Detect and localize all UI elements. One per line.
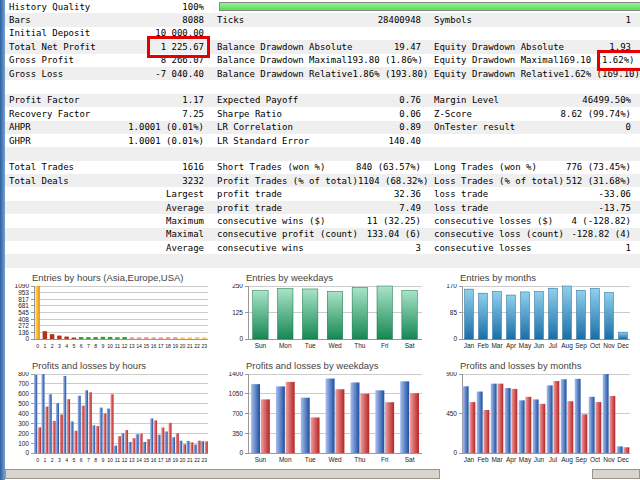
bar [327, 291, 342, 339]
y-tick-label: 0 [239, 449, 243, 456]
stat-cell: Total Trades1616 [5, 161, 213, 174]
profits-bar [34, 375, 37, 453]
x-tick-label: 13 [129, 457, 135, 463]
losses-bar [183, 444, 186, 453]
losses-bar [125, 430, 128, 453]
x-tick-label: Jul [549, 456, 558, 463]
horizontal-scrollbar-right[interactable] [592, 469, 640, 479]
losses-bar [103, 414, 106, 454]
stat-value: 10 000.00 [155, 28, 213, 38]
x-tick-label: 10 [107, 457, 113, 463]
stat-cell: Ticks28400948 [213, 13, 430, 26]
stat-label: Loss Trades (% of total) [430, 176, 564, 186]
stat-cell: Z-Score8.62 (99.74%) [430, 107, 640, 120]
losses-bar [53, 421, 56, 453]
stat-cell: Maximal [5, 228, 213, 241]
y-tick-label: 250 [232, 284, 243, 289]
y-tick-label: 136 [18, 329, 29, 336]
bar [521, 292, 530, 339]
x-tick-label: 1 [43, 343, 46, 349]
profits-bar [165, 431, 168, 453]
losses-bar [176, 433, 179, 453]
y-tick-label: 681 [18, 302, 29, 309]
stat-label: AHPR [5, 122, 31, 132]
stat-cell: LR Correlation0.89 [213, 121, 430, 134]
x-tick-label: 9 [101, 343, 104, 349]
bar [101, 337, 105, 339]
losses-bar [469, 402, 475, 453]
bar [180, 337, 184, 339]
table-row: Total Trades1616Short Trades (won %)840 … [5, 161, 640, 174]
x-tick-label: 0 [36, 343, 39, 349]
losses-bar [60, 414, 63, 453]
losses-bar [154, 420, 157, 453]
stat-cell: consecutive losses ($)4 (-128.82) [430, 214, 640, 227]
table-row: Total Deals3232Profit Trades (% of total… [5, 174, 640, 187]
stat-cell: Equity Drawdown Absolute1.93 [430, 40, 640, 53]
x-tick-label: 16 [151, 457, 157, 463]
stat-value: Maximal [166, 229, 213, 239]
table-row: Profit Factor1.17Expected Payoff0.76Marg… [5, 94, 640, 107]
losses-bar [360, 394, 369, 453]
stat-value: 8.62 (99.74%) [561, 109, 640, 119]
stat-label: consecutive losses ($) [430, 216, 553, 226]
stat-cell: Sharpe Ratio0.06 [213, 107, 430, 120]
x-tick-label: Tue [305, 342, 316, 349]
stat-cell: consecutive wins3 [213, 241, 430, 254]
x-tick-label: 5 [72, 457, 75, 463]
x-tick-label: 3 [58, 343, 61, 349]
bar [253, 291, 268, 339]
x-tick-label: Sun [255, 342, 267, 349]
stat-label: Equity Drawdown Relative [430, 69, 564, 79]
stat-label: Gross Profit [5, 55, 74, 65]
x-tick-label: 2 [51, 457, 54, 463]
stat-label: LR Standard Error [213, 136, 309, 146]
y-tick-label: 1090 [15, 284, 30, 289]
stat-label: profit trade [213, 189, 282, 199]
x-tick-label: 20 [180, 343, 186, 349]
bar [173, 337, 177, 339]
stat-cell: Total Net Profit1 225.67 [5, 40, 213, 53]
stat-value: 1104 (68.32%) [358, 176, 437, 186]
stat-value: 3 [416, 243, 430, 253]
horizontal-scrollbar-left[interactable] [5, 469, 440, 479]
stat-label: Expected Payoff [213, 95, 298, 105]
entries-by-months-plot: 085170JanFebMarAprMayJunJulAugSepOctNovD… [436, 284, 636, 351]
table-row: Gross Profit8 266.07Balance Drawdown Max… [5, 54, 640, 67]
y-tick-label: 600 [18, 390, 29, 397]
bar [144, 337, 148, 339]
y-tick-label: 100 [18, 440, 29, 447]
stat-label: Initial Deposit [5, 28, 90, 38]
stat-cell: Largest [5, 187, 213, 200]
x-tick-label: 15 [143, 457, 149, 463]
stat-cell: Profit Factor1.17 [5, 94, 213, 107]
stat-label: Long Trades (won %) [430, 162, 537, 172]
y-tick-label: 0 [25, 449, 29, 456]
profits-losses-by-weekdays-chart: Profits and losses by weekdays 035070010… [222, 360, 428, 465]
stat-value: -13.75 [598, 203, 640, 213]
x-tick-label: Tue [305, 456, 316, 463]
stat-value: 32.36 [394, 189, 430, 199]
stat-value: 0 [626, 122, 640, 132]
x-tick-label: 14 [136, 457, 142, 463]
losses-bar [140, 434, 143, 453]
losses-bar [311, 417, 320, 453]
stat-value: 0.89 [399, 122, 430, 132]
losses-bar [118, 436, 121, 453]
stat-cell: Balance Drawdown Maximal193.80 (1.86%) [213, 54, 430, 67]
table-row [5, 147, 640, 160]
x-tick-label: Sat [405, 456, 415, 463]
losses-bar [385, 402, 394, 453]
stat-label: profit trade [213, 203, 282, 213]
bar [137, 337, 141, 339]
stat-label: LR Correlation [213, 122, 293, 132]
stat-label: Total Net Profit [5, 42, 96, 52]
profits-bar [575, 379, 581, 453]
history-quality-progress-bar [219, 2, 640, 11]
x-tick-label: Fri [381, 456, 389, 463]
stat-cell: Profit Trades (% of total)1104 (68.32%) [213, 174, 430, 187]
y-tick-label: 0 [25, 335, 29, 342]
stat-cell: Maximum [5, 214, 213, 227]
bar [377, 286, 392, 339]
stat-cell: profit trade32.36 [213, 187, 430, 200]
